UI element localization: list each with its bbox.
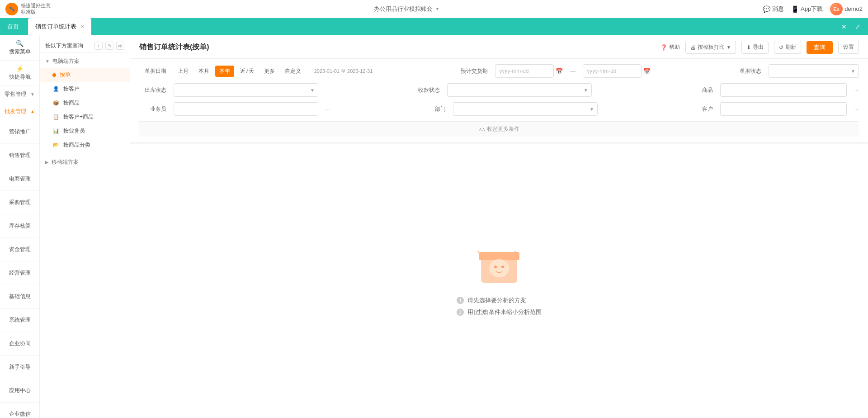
expected-date-to-input[interactable] [583, 64, 642, 78]
scheme-panel: 按以下方案查询 + ✎ ≪ ▼ 电脑端方案 按单 👤 按客户 [40, 35, 130, 418]
this-year-btn[interactable]: 本年 [215, 66, 234, 77]
scheme-edit-button[interactable]: ✎ [105, 42, 113, 50]
scheme-item-by-order[interactable]: 按单 [40, 68, 130, 82]
scheme-item-by-category[interactable]: 📂 按商品分类 [40, 138, 130, 152]
print-template-button[interactable]: 🖨 按模板打印 ▼ [685, 41, 736, 54]
scheme-by-category-label: 按商品分类 [63, 141, 90, 149]
expected-date-label: 预计交货期 [452, 67, 488, 75]
salesperson-dots[interactable]: ··· [326, 106, 330, 113]
sidebar-item-wholesale[interactable]: 批发管理 ▲ [0, 103, 39, 120]
sidebar-item-finance[interactable]: 资金管理 [0, 238, 39, 261]
window-maximize-button[interactable]: ⤢ [853, 22, 863, 32]
sidebar-item-search[interactable]: 🔍 搜索菜单 [0, 35, 39, 61]
settings-button[interactable]: 设置 [838, 41, 859, 54]
print-icon: 🖨 [690, 44, 696, 51]
empty-tip-1: 1 请先选择要分析的方案 [457, 296, 541, 304]
collapse-bar[interactable]: ∧∧ 收起更多条件 [139, 121, 859, 137]
sidebar-item-corp[interactable]: 企业协同 [0, 332, 39, 356]
goods-input[interactable] [720, 83, 847, 97]
export-button[interactable]: ⬇ 导出 [741, 41, 769, 54]
topbar-center[interactable]: 办公用品行业模拟账套 ▼ [374, 5, 440, 13]
sidebar-item-basic[interactable]: 基础信息 [0, 285, 39, 309]
scheme-item-by-cust-prod[interactable]: 📋 按客户+商品 [40, 110, 130, 124]
last7-btn[interactable]: 近7天 [236, 66, 258, 77]
this-month-btn[interactable]: 本月 [194, 66, 213, 77]
tab-home[interactable]: 首页 [0, 18, 26, 35]
customer-input[interactable] [720, 102, 847, 116]
scheme-item-by-salesperson[interactable]: 📊 按业务员 [40, 124, 130, 138]
tab-close-icon[interactable]: × [81, 24, 84, 30]
dept-label: 部门 [419, 105, 446, 113]
sidebar-item-purchase[interactable]: 采购管理 [0, 191, 39, 214]
query-button[interactable]: 查询 [807, 41, 833, 54]
sidebar-item-appcenter[interactable]: 应用中心 [0, 379, 39, 403]
calendar-from-icon[interactable]: 📅 [556, 68, 563, 75]
more-date-btn[interactable]: 更多 [260, 66, 279, 77]
sidebar-item-ecommerce[interactable]: 电商管理 [0, 167, 39, 191]
filter-row-1: 单据日期 上月 本月 本年 近7天 更多 自定义 2023-01-01 至 20… [139, 64, 859, 78]
scheme-item-by-customer[interactable]: 👤 按客户 [40, 82, 130, 96]
help-button[interactable]: ❓ 帮助 [660, 43, 680, 51]
payment-select[interactable] [447, 83, 592, 97]
svg-text:✦: ✦ [513, 249, 518, 256]
scheme-pc-section[interactable]: ▼ 电脑端方案 [40, 55, 130, 68]
export-icon: ⬇ [746, 44, 751, 51]
workspace-label: 办公用品行业模拟账套 [374, 5, 433, 13]
sidebar: 🔍 搜索菜单 ⚡ 快捷导航 零售管理 ▼ 批发管理 ▲ 营销推广 销售管理 电商… [0, 35, 40, 418]
customer-dots[interactable]: ··· [854, 106, 859, 113]
scheme-collapse-button[interactable]: ≪ [116, 42, 124, 50]
date-label: 单据日期 [139, 67, 166, 75]
user-menu[interactable]: Ea demo2 [830, 3, 863, 15]
message-button[interactable]: 💬 消息 [763, 5, 784, 13]
tab-report[interactable]: 销售订单统计表 × [28, 18, 91, 35]
date-separator: — [570, 68, 576, 74]
quicknav-icon: ⚡ [16, 65, 24, 72]
sidebar-item-system[interactable]: 系统管理 [0, 309, 39, 332]
sidebar-item-retail[interactable]: 零售管理 ▼ [0, 86, 39, 103]
right-content: 销售订单统计表(按单) ❓ 帮助 🖨 按模板打印 ▼ [130, 35, 868, 418]
tip-text-1: 请先选择要分析的方案 [467, 296, 526, 304]
delivery-select[interactable] [174, 83, 318, 97]
main-layout: 🔍 搜索菜单 ⚡ 快捷导航 零售管理 ▼ 批发管理 ▲ 营销推广 销售管理 电商… [0, 35, 868, 418]
salesperson-input[interactable] [174, 102, 318, 116]
scheme-by-custprod-label: 按客户+商品 [63, 113, 94, 121]
tip-num-2: 2 [457, 309, 464, 316]
sidebar-item-inventory[interactable]: 库存核算 [0, 214, 39, 238]
topbar-left: 🐾 畅捷通好生意 标准版 [5, 3, 51, 15]
scheme-item-by-product[interactable]: 📦 按商品 [40, 96, 130, 110]
window-close-button[interactable]: ✕ [839, 22, 849, 32]
svg-text:✦: ✦ [476, 249, 480, 254]
scheme-add-button[interactable]: + [94, 42, 103, 50]
workspace-chevron-icon[interactable]: ▼ [435, 6, 440, 11]
salesperson-scheme-icon: 📊 [52, 128, 60, 135]
prev-month-btn[interactable]: 上月 [174, 66, 193, 77]
empty-illustration: ✦ ✦ [472, 242, 526, 287]
sidebar-item-operation[interactable]: 经营管理 [0, 261, 39, 285]
status-label: 单据状态 [730, 67, 761, 75]
date-quick-group: 上月 本月 本年 近7天 更多 自定义 [174, 66, 305, 77]
sidebar-item-quick-nav[interactable]: ⚡ 快捷导航 [0, 61, 39, 86]
scheme-mobile-section[interactable]: ▶ 移动端方案 [40, 156, 130, 169]
status-select[interactable] [769, 64, 859, 78]
page-actions: ❓ 帮助 🖨 按模板打印 ▼ ⬇ 导出 [660, 41, 859, 54]
expected-date-from-input[interactable] [495, 64, 554, 78]
scheme-by-salesperson-label: 按业务员 [63, 127, 85, 135]
empty-tips: 1 请先选择要分析的方案 2 用[过滤]条件来缩小分析范围 [457, 296, 541, 320]
calendar-to-icon[interactable]: 📅 [643, 68, 651, 75]
active-dot-icon [52, 73, 56, 77]
username-label: demo2 [844, 5, 863, 12]
custom-date-btn[interactable]: 自定义 [281, 66, 305, 77]
app-download-button[interactable]: 📱 App下载 [791, 5, 823, 13]
customer-label: 客户 [686, 105, 713, 113]
filter-area: 单据日期 上月 本月 本年 近7天 更多 自定义 2023-01-01 至 20… [130, 59, 868, 142]
empty-tip-2: 2 用[过滤]条件来缩小分析范围 [457, 308, 541, 316]
scheme-by-order-label: 按单 [60, 71, 71, 79]
sidebar-item-marketing[interactable]: 营销推广 [0, 120, 39, 144]
dept-select[interactable] [453, 102, 598, 116]
sidebar-item-wechat[interactable]: 企业微信 [0, 403, 39, 418]
sidebar-item-sales[interactable]: 销售管理 [0, 144, 39, 167]
pc-section-arrow-icon: ▼ [45, 59, 50, 64]
sidebar-item-newbie[interactable]: 新手引导 [0, 356, 39, 379]
refresh-button[interactable]: ↺ 刷新 [774, 41, 801, 54]
goods-dots[interactable]: ··· [854, 87, 859, 94]
